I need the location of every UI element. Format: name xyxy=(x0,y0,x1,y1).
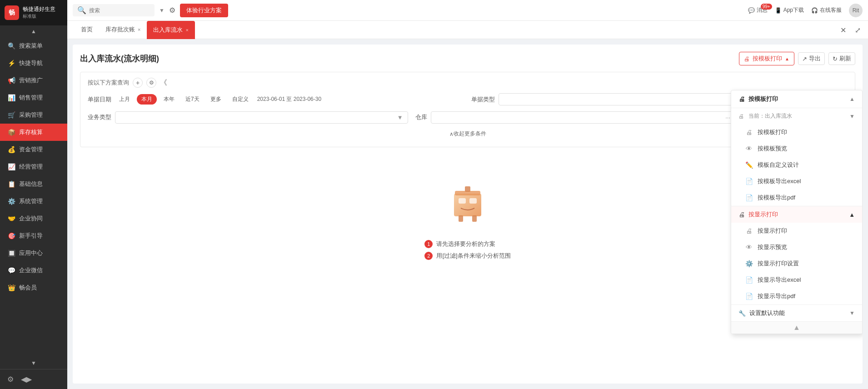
sidebar-item-system[interactable]: ⚙️ 系统管理 xyxy=(0,193,67,210)
basic-icon: 📋 xyxy=(7,180,15,188)
warehouse-select-more: ··· xyxy=(725,114,730,121)
sidebar-item-coop[interactable]: 🤝 企业协同 xyxy=(0,210,67,227)
sidebar-item-label: 资金管理 xyxy=(19,145,43,154)
dropdown-template-export-excel-btn[interactable]: 📄 按模板导出excel xyxy=(731,173,862,190)
footer-label: 设置默认功能 xyxy=(749,309,785,317)
date-btn-this-year[interactable]: 本年 xyxy=(160,94,179,105)
collapse-label: 收起更多条件 xyxy=(454,130,486,138)
expand-tabs-btn[interactable]: ⤢ xyxy=(855,25,861,34)
topbar-search[interactable]: 🔍 xyxy=(73,4,155,16)
display-print-label: 按显示打印 xyxy=(758,227,787,235)
sidebar: 畅 畅捷通好生意 标准版 ▲ 🔍 搜索菜单 ⚡ 快捷导航 📢 营销推广 📊 销售… xyxy=(0,0,67,389)
dropdown-display-print-header[interactable]: 🖨 按显示打印 ▲ xyxy=(731,206,862,223)
pdf-icon-2: 📄 xyxy=(745,293,753,300)
sidebar-scroll-up[interactable]: ▲ xyxy=(31,27,36,35)
message-badge: 99+ xyxy=(761,4,772,10)
user-profile[interactable]: Rit xyxy=(849,4,863,17)
design-icon: ✏️ xyxy=(745,161,753,169)
sidebar-item-basic[interactable]: 📋 基础信息 xyxy=(0,175,67,193)
sidebar-item-operation[interactable]: 📈 经营管理 xyxy=(0,158,67,175)
dropdown-display-print-btn[interactable]: 🖨 按显示打印 xyxy=(731,223,862,239)
sidebar-item-inventory[interactable]: 📦 库存核算 xyxy=(0,124,67,141)
sidebar-item-label: 经营管理 xyxy=(19,163,43,171)
svg-rect-0 xyxy=(454,194,481,216)
sidebar-item-finance[interactable]: 💰 资金管理 xyxy=(0,141,67,158)
app-download-btn[interactable]: 📱 App下载 xyxy=(775,6,804,14)
date-btn-this-month[interactable]: 本月 xyxy=(137,94,157,105)
settings-icon-2: ⚙️ xyxy=(745,260,753,267)
excel-icon: 📄 xyxy=(745,178,753,185)
dropdown-display-preview-btn[interactable]: 👁 按显示预览 xyxy=(731,239,862,255)
sidebar-item-label: 采购管理 xyxy=(19,111,43,119)
sidebar-scroll-down[interactable]: ▼ xyxy=(31,359,36,367)
message-icon: 💬 xyxy=(748,7,755,14)
settings-icon[interactable]: ⚙ xyxy=(7,375,14,384)
sidebar-item-sales[interactable]: 📊 销售管理 xyxy=(0,89,67,106)
search-input[interactable] xyxy=(89,7,144,14)
close-all-tabs-btn[interactable]: ✕ xyxy=(840,25,846,34)
dropdown-footer[interactable]: 🔧 设置默认功能 ▼ xyxy=(731,304,862,321)
dropdown-display-export-excel-btn[interactable]: 📄 按显示导出excel xyxy=(731,272,862,288)
date-btn-7days[interactable]: 近7天 xyxy=(181,94,204,105)
tab-inout-flow[interactable]: 出入库流水 × xyxy=(147,21,195,39)
filter-settings-btn[interactable]: ⚙ xyxy=(146,78,156,88)
sidebar-item-label: 企业微信 xyxy=(19,266,43,274)
dropdown-template-design-btn[interactable]: ✏️ 模板自定义设计 xyxy=(731,157,862,173)
sidebar-item-search[interactable]: 🔍 搜索菜单 xyxy=(0,37,67,55)
svg-rect-2 xyxy=(469,198,477,204)
date-filter: 上月 本月 本年 近7天 更多 自定义 2023-06-01 至 2023-06… xyxy=(115,94,321,105)
tab-batch-account-close[interactable]: × xyxy=(138,27,140,32)
svg-rect-1 xyxy=(459,198,466,204)
dropdown-display-settings-btn[interactable]: ⚙️ 按显示打印设置 xyxy=(731,255,862,272)
sidebar-item-label: 库存核算 xyxy=(19,128,43,136)
template-excel-label: 按模板导出excel xyxy=(758,177,801,185)
template-design-label: 模板自定义设计 xyxy=(758,161,799,169)
dropdown-template-preview-btn[interactable]: 👁 按模板预览 xyxy=(731,140,862,157)
sidebar-item-purchase[interactable]: 🛒 采购管理 xyxy=(0,106,67,124)
warehouse-select[interactable]: ··· xyxy=(431,111,736,124)
dropdown-template-export-pdf-btn[interactable]: 📄 按模板导出pdf xyxy=(731,190,862,206)
sidebar-item-label: 基础信息 xyxy=(19,180,43,188)
refresh-btn[interactable]: ↻ 刷新 xyxy=(828,52,855,65)
display-excel-label: 按显示导出excel xyxy=(758,276,801,284)
dropdown-current-item[interactable]: 🖨 当前：出入库流水 ▼ xyxy=(731,108,862,124)
message-btn[interactable]: 💬 消息 99+ xyxy=(748,6,768,14)
sidebar-item-wechat[interactable]: 💬 企业微信 xyxy=(0,262,67,279)
filter-add-btn[interactable]: + xyxy=(133,78,143,88)
dropdown-scroll-up[interactable]: ▲ xyxy=(731,321,862,334)
quick-nav-icon: ⚡ xyxy=(7,59,15,67)
dropdown-display-export-pdf-btn[interactable]: 📄 按显示导出pdf xyxy=(731,288,862,304)
online-service-btn[interactable]: 🎧 在线客服 xyxy=(811,6,842,14)
sidebar-item-marketing[interactable]: 📢 营销推广 xyxy=(0,72,67,89)
business-type-field: 业务类型 ▼ xyxy=(88,111,408,124)
print-template-btn[interactable]: 🖨 按模板打印 ▲ xyxy=(739,52,794,65)
collapse-sidebar-icon[interactable]: ◀▶ xyxy=(21,375,32,384)
business-type-select[interactable]: ▼ xyxy=(115,111,408,124)
sidebar-item-apps[interactable]: 🔲 应用中心 xyxy=(0,244,67,262)
sidebar-item-member[interactable]: 👑 畅会员 xyxy=(0,279,67,296)
sidebar-item-guide[interactable]: 🎯 新手引导 xyxy=(0,227,67,244)
preview-icon: 👁 xyxy=(745,145,753,152)
tab-inout-flow-close[interactable]: × xyxy=(185,27,188,33)
export-icon: ↗ xyxy=(802,55,807,62)
date-btn-last-month[interactable]: 上月 xyxy=(115,94,134,105)
industry-btn[interactable]: 体验行业方案 xyxy=(180,4,228,17)
dropdown-template-print-btn[interactable]: 🖨 按模板打印 xyxy=(731,124,862,140)
tab-home[interactable]: 首页 xyxy=(75,21,99,39)
sidebar-item-quick-nav[interactable]: ⚡ 快捷导航 xyxy=(0,55,67,72)
sidebar-item-label: 销售管理 xyxy=(19,94,43,102)
tab-batch-account[interactable]: 库存批次账 × xyxy=(99,21,147,39)
app-subtitle: 标准版 xyxy=(23,13,55,20)
export-btn[interactable]: ↗ 导出 xyxy=(798,52,825,65)
current-icon: 🖨 xyxy=(738,113,744,120)
date-btn-more[interactable]: 更多 xyxy=(206,94,225,105)
coop-icon: 🤝 xyxy=(7,214,15,223)
dropdown-arrow-icon[interactable]: ▼ xyxy=(159,7,165,14)
settings-icon[interactable]: ⚙ xyxy=(169,6,175,15)
date-btn-custom[interactable]: 自定义 xyxy=(228,94,253,105)
filter-collapse-icon[interactable]: 《 xyxy=(160,78,167,88)
printer-icon: 🖨 xyxy=(745,129,753,136)
tabs-bar: 首页 库存批次账 × 出入库流水 × ✕ ⤢ xyxy=(67,21,868,39)
empty-step-1: 1 请先选择要分析的方案 xyxy=(424,240,510,248)
dropdown-template-print-header[interactable]: 🖨 按模板打印 ▲ xyxy=(731,90,862,108)
